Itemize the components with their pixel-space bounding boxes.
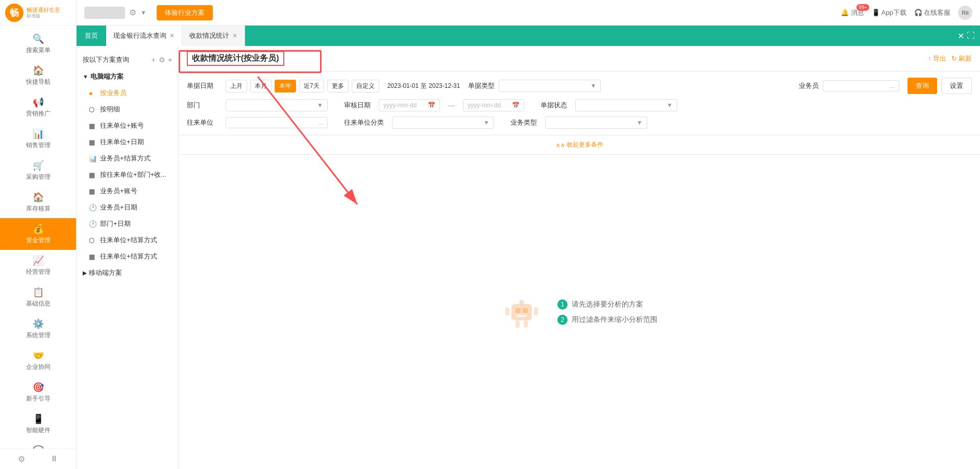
- business-type-dropdown-arrow-icon: ▼: [636, 119, 643, 126]
- date-label: 单据日期: [187, 81, 217, 90]
- filter-row-3: 往来单位 ... 往来单位分类 ▼ 业务类型 ▼: [187, 116, 972, 129]
- user-avatar[interactable]: Rit: [958, 6, 972, 20]
- collapse-button[interactable]: ∧∧ 收起更多条件: [556, 140, 603, 149]
- counterpart-settlement2-icon: ▦: [89, 253, 97, 261]
- review-date-from-input[interactable]: yyyy-mm-dd 📅: [379, 99, 440, 111]
- page-header: 收款情况统计(按业务员) ↑ 导出 ↻ 刷新: [179, 46, 980, 72]
- sidebar-item-sales[interactable]: 📊 销售管理: [0, 123, 76, 155]
- refresh-button[interactable]: ↻ 刷新: [951, 54, 972, 63]
- tab-expand-icon[interactable]: ⛶: [967, 31, 975, 40]
- inventory-icon: 🏠: [33, 192, 44, 203]
- settings-icon[interactable]: ⚙: [129, 8, 136, 17]
- app-download-button[interactable]: 📱 App下载: [872, 8, 906, 17]
- salesperson-settlement-icon: 📊: [89, 155, 97, 162]
- tree-item-counterpart-date[interactable]: ▦ 往来单位+日期: [77, 134, 178, 150]
- top-bar: ⚙ ▼ 体验行业方案 🔔 消息 99+ 📱 App下载 🎧 在线客服: [77, 0, 980, 26]
- export-button[interactable]: ↑ 导出: [928, 54, 947, 63]
- logo-icon: 畅: [5, 4, 23, 22]
- sidebar-item-finance[interactable]: 💰 资金管理: [0, 218, 76, 250]
- tab-close-bank[interactable]: ✕: [169, 32, 175, 39]
- scheme-settings-button[interactable]: ⚙: [159, 56, 165, 64]
- document-type-group: 单据类型 ▼: [468, 80, 791, 92]
- add-scheme-button[interactable]: +: [152, 56, 156, 64]
- date-btn-last-month[interactable]: 上月: [226, 80, 247, 92]
- date-btn-this-year[interactable]: 本年: [275, 80, 296, 92]
- tree-item-by-detail[interactable]: ⬡ 按明细: [77, 101, 178, 118]
- business-type-select[interactable]: ▼: [545, 116, 647, 129]
- sidebar-item-operation[interactable]: 📈 经营管理: [0, 250, 76, 282]
- sidebar-item-system[interactable]: ⚙️ 系统管理: [0, 313, 76, 345]
- sidebar-item-hardware[interactable]: 📱 智能硬件: [0, 408, 76, 440]
- tree-section-mobile[interactable]: ▶ 移动端方案: [77, 265, 178, 281]
- tab-bank[interactable]: 现金银行流水查询 ✕: [106, 26, 182, 46]
- counterpart-settlement1-icon: ⬡: [89, 237, 97, 244]
- counterpart-category-select[interactable]: ▼: [392, 116, 494, 129]
- sidebar-item-search[interactable]: 🔍 搜索菜单: [0, 28, 76, 60]
- empty-tips: 1 请先选择要分析的方案 2 用过滤条件来缩小分析范围: [557, 299, 657, 325]
- date-btn-custom[interactable]: 自定义: [352, 80, 379, 92]
- panel-collapse-button[interactable]: «: [168, 56, 172, 64]
- search-icon: 🔍: [33, 33, 44, 44]
- online-service-button[interactable]: 🎧 在线客服: [914, 8, 950, 17]
- review-date-to-input[interactable]: yyyy-mm-dd 📅: [463, 99, 524, 111]
- tree-item-counterpart-account[interactable]: ▦ 往来单位+账号: [77, 118, 178, 134]
- sidebar-settings-button[interactable]: ⚙: [18, 454, 25, 464]
- counterpart-more-icon[interactable]: ...: [318, 120, 323, 126]
- sidebar-collapse-button[interactable]: ⏸: [50, 454, 58, 464]
- category-dropdown-arrow-icon: ▼: [483, 119, 489, 126]
- tab-home[interactable]: 首页: [77, 26, 106, 46]
- finance-icon: 💰: [33, 223, 44, 235]
- tree-item-counterpart-settlement2[interactable]: ▦ 往来单位+结算方式: [77, 248, 178, 265]
- bell-icon: 🔔: [841, 9, 849, 16]
- filter-row-2: 部门 ▼ 审核日期 yyyy-mm-dd 📅 — yyyy-mm-dd: [187, 99, 972, 111]
- panel-header-actions: + ⚙ «: [152, 56, 172, 64]
- review-date-label: 审核日期: [344, 101, 371, 110]
- sidebar-item-basic[interactable]: 📋 基础信息: [0, 282, 76, 313]
- left-panel: 按以下方案查询 + ⚙ « ▼ 电脑端方案 ● 按业务员 ⬡: [77, 46, 179, 469]
- filter-settings-button[interactable]: 设置: [941, 78, 972, 94]
- tree-item-salesperson-date[interactable]: 🕐 业务员+日期: [77, 199, 178, 216]
- operation-icon: 📈: [33, 255, 44, 266]
- chevron-down-icon[interactable]: ▼: [140, 9, 146, 16]
- sidebar-item-shortcut[interactable]: 🏠 快捷导航: [0, 60, 76, 91]
- tree-item-by-salesperson[interactable]: ● 按业务员: [77, 85, 178, 101]
- salesperson-more-icon[interactable]: ...: [890, 83, 895, 89]
- top-bar-center: 体验行业方案: [152, 5, 213, 20]
- query-button[interactable]: 查询: [908, 78, 937, 94]
- svg-rect-7: [516, 320, 520, 327]
- tree-item-counterpart-settlement1[interactable]: ⬡ 往来单位+结算方式: [77, 232, 178, 248]
- collapse-bar: ∧∧ 收起更多条件: [179, 135, 980, 155]
- date-btn-7days[interactable]: 近7天: [299, 80, 324, 92]
- tree-item-by-counterpart-dept[interactable]: ▦ 按往来单位+部门+收...: [77, 167, 178, 183]
- tab-close-receipt[interactable]: ✕: [232, 32, 237, 39]
- sidebar-item-guide[interactable]: 🎯 新手引导: [0, 377, 76, 408]
- counterpart-input[interactable]: ...: [226, 117, 328, 128]
- notification-button[interactable]: 🔔 消息 99+: [841, 8, 864, 17]
- trial-button[interactable]: 体验行业方案: [157, 5, 213, 20]
- tip-number-1: 1: [557, 299, 568, 310]
- page-content: 按以下方案查询 + ⚙ « ▼ 电脑端方案 ● 按业务员 ⬡: [77, 46, 980, 469]
- sidebar-item-wechat[interactable]: 💬 企业微信: [0, 440, 76, 449]
- sidebar-item-purchase[interactable]: 🛒 采购管理: [0, 155, 76, 186]
- document-type-select[interactable]: ▼: [499, 80, 601, 92]
- tree-item-dept-date[interactable]: 🕐 部门+日期: [77, 216, 178, 232]
- sidebar-item-enterprise[interactable]: 🤝 企业协同: [0, 345, 76, 377]
- tree-item-salesperson-settlement[interactable]: 📊 业务员+结算方式: [77, 150, 178, 167]
- tree-item-salesperson-account[interactable]: ▦ 业务员+账号: [77, 183, 178, 199]
- date-btn-more[interactable]: 更多: [327, 80, 349, 92]
- tab-close-all-icon[interactable]: ✕: [958, 31, 964, 41]
- salesperson-input[interactable]: ...: [823, 80, 899, 91]
- tab-bar: 首页 现金银行流水查询 ✕ 收款情况统计 ✕ ✕ ⛶: [77, 26, 980, 46]
- tree-section-desktop[interactable]: ▼ 电脑端方案: [77, 68, 178, 85]
- sidebar-item-marketing[interactable]: 📢 营销推广: [0, 91, 76, 123]
- department-select[interactable]: ▼: [226, 99, 328, 111]
- svg-rect-2: [523, 308, 528, 313]
- sidebar-item-inventory[interactable]: 🏠 库存核算: [0, 186, 76, 218]
- tab-receipt[interactable]: 收款情况统计 ✕: [182, 26, 245, 46]
- wechat-icon: 💬: [33, 445, 44, 449]
- hardware-icon: 📱: [33, 413, 44, 425]
- document-status-select[interactable]: ▼: [575, 99, 677, 111]
- document-type-label: 单据类型: [468, 81, 495, 90]
- counterpart-category-label: 往来单位分类: [344, 118, 384, 127]
- date-btn-this-month[interactable]: 本月: [250, 80, 272, 92]
